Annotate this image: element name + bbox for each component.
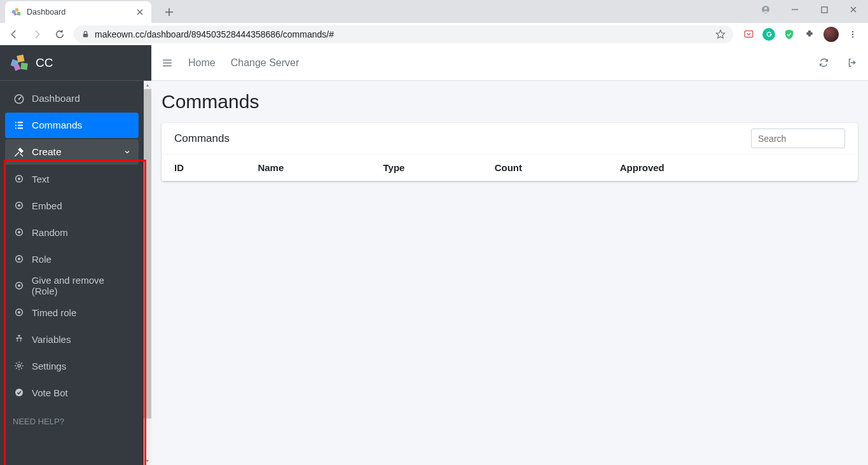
close-window-icon[interactable]	[839, 0, 868, 19]
table-header-row: ID Name Type Count Approved	[162, 155, 858, 181]
maximize-icon[interactable]	[809, 0, 839, 19]
sidebar-item-text[interactable]: Text	[5, 166, 139, 191]
url-box[interactable]: makeown.cc/dashboard/894503528444358686/…	[74, 25, 733, 43]
topbar-change-server-link[interactable]: Change Server	[231, 57, 300, 69]
col-type: Type	[370, 155, 481, 181]
sidebar-item-vote-bot[interactable]: Vote Bot	[5, 380, 139, 405]
topbar-right	[818, 57, 858, 68]
tab-favicon-icon	[11, 7, 22, 17]
sidebar-item-settings[interactable]: Settings	[5, 353, 139, 378]
browser-tab[interactable]: Dashboard	[5, 1, 151, 23]
gear-icon	[13, 361, 25, 371]
svg-point-19	[18, 177, 20, 180]
ext-pocket-icon[interactable]	[742, 28, 755, 41]
commands-table: ID Name Type Count Approved	[162, 155, 858, 181]
col-count: Count	[482, 155, 607, 181]
brand-name: CC	[36, 56, 53, 70]
sidebar-item-commands[interactable]: Commands	[5, 113, 139, 138]
topbar: Home Change Server	[151, 45, 868, 81]
col-name: Name	[245, 155, 370, 181]
window-controls	[751, 0, 868, 19]
sidebar-create-submenu: Text Embed Random Role Give and remove (…	[5, 166, 139, 405]
cubes-icon	[13, 334, 25, 344]
sidebar-scrollbar[interactable]	[144, 81, 151, 465]
sidebar-item-give-remove-role[interactable]: Give and remove (Role)	[5, 273, 139, 298]
extensions-icon[interactable]	[803, 28, 816, 41]
sidebar-item-label: Create	[32, 146, 62, 158]
reload-button[interactable]	[51, 25, 69, 43]
logout-icon[interactable]	[847, 57, 858, 68]
sidebar-item-label: Timed role	[32, 307, 76, 318]
svg-point-21	[18, 204, 20, 207]
tab-close-icon[interactable]	[135, 7, 145, 17]
back-button[interactable]	[5, 25, 23, 43]
svg-point-29	[18, 311, 20, 314]
list-icon	[13, 120, 25, 131]
star-icon[interactable]	[715, 29, 726, 39]
circle-dot-icon	[13, 281, 25, 291]
browser-chrome: Dashboard makeown.cc/dashboard/894503528…	[0, 0, 868, 45]
svg-point-9	[852, 31, 853, 32]
minimize-icon[interactable]	[780, 0, 809, 19]
card-header: Commands	[162, 123, 858, 155]
tools-icon	[13, 146, 25, 158]
sidebar-item-random[interactable]: Random	[5, 219, 139, 245]
sidebar-item-label: Text	[32, 174, 50, 184]
svg-rect-6	[822, 7, 827, 13]
sidebar-item-timed-role[interactable]: Timed role	[5, 300, 139, 325]
sidebar-item-embed[interactable]: Embed	[5, 193, 139, 218]
sidebar: CC Dashboard Commands Create Text	[0, 45, 151, 465]
dashboard-icon	[13, 93, 25, 104]
svg-rect-14	[20, 62, 28, 70]
chrome-menu-icon[interactable]	[846, 28, 859, 41]
svg-rect-7	[83, 34, 88, 37]
topbar-home-link[interactable]: Home	[188, 57, 216, 69]
commands-card: Commands ID Name Type Count	[162, 123, 858, 181]
url-text: makeown.cc/dashboard/894503528444358686/…	[95, 29, 710, 39]
sidebar-item-create[interactable]: Create	[5, 139, 139, 165]
profile-avatar[interactable]	[823, 27, 839, 42]
search-input[interactable]	[751, 128, 845, 148]
menu-toggle-icon[interactable]	[162, 57, 173, 69]
app: CC Dashboard Commands Create Text	[0, 45, 868, 465]
content: Commands Commands ID Name Type	[151, 81, 868, 191]
sidebar-item-label: Embed	[32, 200, 62, 211]
main: Home Change Server Commands Commands	[151, 45, 868, 465]
card-title: Commands	[174, 132, 230, 145]
chevron-down-icon	[123, 148, 131, 156]
svg-rect-13	[17, 54, 24, 62]
tab-title: Dashboard	[27, 8, 130, 17]
svg-point-23	[18, 231, 20, 233]
col-approved: Approved	[607, 155, 858, 181]
tab-strip: Dashboard	[0, 0, 868, 23]
svg-point-17	[18, 99, 20, 100]
svg-point-11	[852, 36, 853, 37]
sidebar-item-label: Settings	[32, 361, 66, 371]
svg-point-25	[18, 258, 20, 260]
sidebar-item-label: Dashboard	[32, 93, 80, 104]
sidebar-item-role[interactable]: Role	[5, 246, 139, 272]
brand-logo-icon	[10, 53, 29, 73]
sidebar-item-label: Give and remove (Role)	[32, 275, 131, 296]
circle-dot-icon	[13, 307, 25, 317]
forward-button[interactable]	[28, 25, 46, 43]
scrollbar-thumb[interactable]	[144, 89, 151, 419]
circle-dot-icon	[13, 227, 25, 237]
sidebar-item-label: Vote Bot	[32, 387, 68, 398]
circle-dot-icon	[13, 174, 25, 184]
svg-point-30	[18, 364, 20, 367]
sidebar-brand[interactable]: CC	[0, 45, 151, 81]
sidebar-list: Dashboard Commands Create Text Embed	[0, 81, 144, 431]
new-tab-button[interactable]	[160, 3, 178, 21]
sidebar-item-variables[interactable]: Variables	[5, 326, 139, 352]
sidebar-item-dashboard[interactable]: Dashboard	[5, 86, 139, 111]
refresh-icon[interactable]	[818, 57, 829, 68]
sidebar-item-label: Role	[32, 254, 52, 265]
svg-point-5	[764, 7, 767, 10]
ext-shield-icon[interactable]	[783, 28, 796, 41]
circle-dot-icon	[13, 254, 25, 264]
account-icon[interactable]	[751, 0, 780, 19]
ext-grammarly-icon[interactable]	[762, 28, 775, 41]
svg-rect-2	[17, 12, 21, 16]
check-circle-icon	[13, 387, 25, 398]
